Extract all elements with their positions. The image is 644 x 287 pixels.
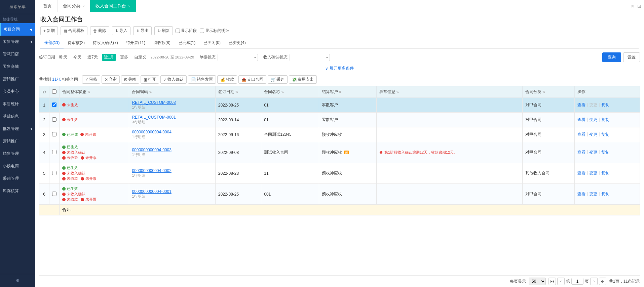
next-page-button[interactable]: › bbox=[590, 278, 598, 285]
date-opt-yesterday[interactable]: 昨天 bbox=[57, 54, 69, 61]
tab-income-workbench[interactable]: 收入合同工作台 × bbox=[90, 0, 136, 12]
change-action[interactable]: 变更 bbox=[589, 132, 597, 137]
sidebar-item-member-center[interactable]: 会员中心 bbox=[0, 85, 35, 98]
date-opt-more[interactable]: 更多 bbox=[118, 54, 130, 61]
date-opt-1month[interactable]: 近1月 bbox=[102, 54, 116, 61]
contract-code-link[interactable]: 0000000000004-0004 bbox=[132, 130, 171, 134]
sidebar-item-inventory[interactable]: 库存核算 bbox=[0, 185, 35, 197]
close-contract-button[interactable]: ⊠ 关闭 bbox=[121, 75, 139, 84]
expense-out-button[interactable]: 💸 费用支出 bbox=[289, 75, 317, 84]
add-button[interactable]: + 新增 bbox=[40, 26, 58, 35]
import-button[interactable]: ⬇ 导入 bbox=[112, 26, 130, 35]
sidebar-item-marketing[interactable]: 营销推广 bbox=[0, 73, 35, 85]
delete-button[interactable]: 🗑 删除 bbox=[90, 26, 109, 35]
change-action[interactable]: 变更 bbox=[589, 191, 597, 197]
view-action[interactable]: 查看 bbox=[577, 191, 585, 197]
date-opt-7days[interactable]: 近7天 bbox=[85, 54, 100, 61]
sidebar-item-xiaochang[interactable]: 小畅电商 bbox=[0, 160, 35, 172]
prev-page-button[interactable]: ‹ bbox=[557, 278, 565, 285]
select-all-checkbox[interactable] bbox=[52, 89, 56, 94]
copy-action[interactable]: 复制 bbox=[601, 102, 609, 108]
close-all-tabs-button[interactable]: ✕ bbox=[631, 3, 635, 9]
collect-button[interactable]: 💰 收款 bbox=[217, 75, 237, 84]
sidebar-item-purchase-mgmt[interactable]: 采购管理 bbox=[0, 172, 35, 185]
restore-window-button[interactable]: ⊡ bbox=[637, 3, 641, 9]
contract-code-link[interactable]: 0000000000004-0002 bbox=[132, 168, 171, 173]
change-action[interactable]: 变更 bbox=[589, 150, 597, 155]
sidebar-item-sales-mgmt[interactable]: 销售管理 bbox=[0, 148, 35, 160]
col-settings[interactable]: ⚙ bbox=[39, 86, 49, 98]
contract-code-link[interactable]: 0000000000004-0001 bbox=[132, 189, 171, 194]
view-action[interactable]: 查看 bbox=[577, 170, 585, 176]
close-tab-income-workbench[interactable]: × bbox=[128, 4, 130, 8]
copy-action[interactable]: 复制 bbox=[601, 132, 609, 137]
sidebar-item-base-info[interactable]: 基础信息 bbox=[0, 110, 35, 123]
sidebar-item-retail-stats[interactable]: 零售统计 bbox=[0, 98, 35, 110]
row-checkbox[interactable] bbox=[49, 127, 60, 142]
sidebar-item-marketing2[interactable]: 营销推广 bbox=[0, 135, 35, 148]
sidebar-item-project-contract[interactable]: 项目合同 ◀ bbox=[0, 23, 35, 36]
row-checkbox[interactable] bbox=[49, 98, 60, 113]
open-contract-button[interactable]: ▣ 打开 bbox=[141, 75, 159, 84]
show-detail-input[interactable] bbox=[200, 29, 204, 33]
tab-contract-classify[interactable]: 合同分类 × bbox=[58, 0, 90, 12]
sales-invoice-button[interactable]: 📄 销售发票 bbox=[188, 75, 216, 84]
close-tab-contract-classify[interactable]: × bbox=[82, 4, 84, 8]
income-confirm-select[interactable] bbox=[290, 54, 330, 61]
payment-out-button[interactable]: 📤 支出合同 bbox=[238, 75, 266, 84]
filter-tab-done[interactable]: 已完成(1) bbox=[175, 38, 200, 48]
filter-tab-all[interactable]: 全部(11) bbox=[40, 38, 64, 48]
row-checkbox[interactable] bbox=[49, 163, 60, 184]
filter-tab-pending-review[interactable]: 待审核(2) bbox=[64, 38, 89, 48]
first-page-button[interactable]: ⏮ bbox=[548, 278, 556, 285]
review-button[interactable]: ✓ 审核 bbox=[82, 75, 100, 84]
contract-code-link[interactable]: RETAIL_CUSTOM-0001 bbox=[132, 115, 176, 120]
setting-button[interactable]: 设置 bbox=[623, 52, 640, 62]
page-size-select[interactable]: 10 20 50 100 bbox=[529, 278, 546, 285]
income-confirm-button[interactable]: ✓ 收入确认 bbox=[160, 75, 187, 84]
tab-home[interactable]: 首页 bbox=[38, 0, 58, 12]
contract-board-button[interactable]: ▦ 合同看板 bbox=[61, 26, 87, 35]
col-exception-info[interactable]: 异常信息 bbox=[376, 86, 523, 98]
row-checkbox[interactable] bbox=[49, 184, 60, 205]
change-action[interactable]: 变更 bbox=[589, 170, 597, 176]
sidebar-item-smart-store[interactable]: 智慧门店 bbox=[0, 48, 35, 60]
copy-action[interactable]: 复制 bbox=[601, 170, 609, 176]
change-action[interactable]: 变更 bbox=[589, 117, 597, 123]
contract-code-link[interactable]: 0000000000004-0003 bbox=[132, 148, 171, 152]
sidebar-item-retail-mgmt[interactable]: 零售管理 ▾ bbox=[0, 36, 35, 48]
copy-action[interactable]: 复制 bbox=[601, 117, 609, 123]
doc-status-select[interactable] bbox=[218, 54, 258, 61]
purchase-button[interactable]: 🛒 采购 bbox=[268, 75, 288, 84]
filter-tab-pending-confirm[interactable]: 待收入确认(7) bbox=[89, 38, 122, 48]
contract-code-link[interactable]: RETAIL_CUSTOM-0003 bbox=[132, 100, 176, 105]
show-stage-input[interactable] bbox=[176, 29, 180, 33]
search-button[interactable]: 查询 bbox=[602, 52, 621, 62]
export-button[interactable]: ⬆ 导出 bbox=[133, 26, 152, 35]
date-opt-today[interactable]: 今天 bbox=[71, 54, 83, 61]
refresh-button[interactable]: ↻ 刷新 bbox=[154, 26, 173, 35]
copy-action[interactable]: 复制 bbox=[601, 191, 609, 197]
sidebar-search[interactable]: 搜索菜单 bbox=[0, 0, 35, 14]
abandon-button[interactable]: ✕ 弃审 bbox=[102, 75, 120, 84]
view-action[interactable]: 查看 bbox=[577, 102, 585, 108]
filter-tab-pending-payment[interactable]: 待收款(8) bbox=[149, 38, 175, 48]
filter-tab-changed[interactable]: 已变更(4) bbox=[225, 38, 250, 48]
row-checkbox[interactable] bbox=[49, 142, 60, 163]
sidebar-item-retail-mall[interactable]: 零售商城 bbox=[0, 60, 35, 73]
sidebar-settings[interactable]: ⚙ bbox=[0, 274, 35, 287]
filter-tab-closed[interactable]: 已关闭(0) bbox=[199, 38, 225, 48]
show-detail-checkbox[interactable]: 显示标的明细 bbox=[200, 28, 229, 34]
col-contract-type[interactable]: 合同分类 bbox=[523, 86, 575, 98]
view-action[interactable]: 查看 bbox=[577, 150, 585, 155]
view-action[interactable]: 查看 bbox=[577, 117, 585, 123]
date-opt-custom[interactable]: 自定义 bbox=[132, 54, 148, 61]
last-page-button[interactable]: ⏭ bbox=[599, 278, 606, 285]
col-sign-date[interactable]: 签订日期 bbox=[215, 86, 261, 98]
col-contract-name[interactable]: 合同名称 bbox=[261, 86, 319, 98]
view-action[interactable]: 查看 bbox=[577, 132, 585, 137]
filter-tab-pending-invoice[interactable]: 待开票(11) bbox=[122, 38, 149, 48]
col-overall-status[interactable]: 合同整体状态 bbox=[60, 86, 129, 98]
row-checkbox[interactable] bbox=[49, 113, 60, 127]
col-contract-code[interactable]: 合同编码 bbox=[129, 86, 215, 98]
